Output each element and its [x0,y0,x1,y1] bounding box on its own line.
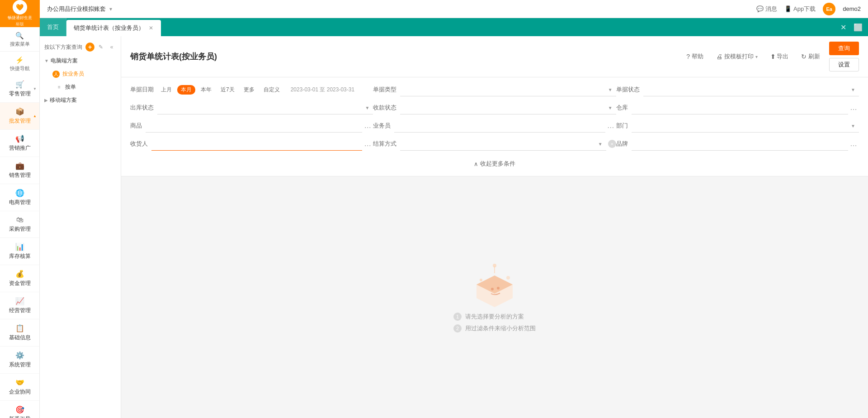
scheme-group-mobile: ▶ 移动端方案 [40,94,121,107]
filter-area: 单据日期 上月 本月 本年 近7天 更多 自定义 2023-03-01 至 20… [121,77,868,176]
consignee-dots[interactable]: … [362,140,373,148]
scheme-add-btn[interactable]: + [85,43,94,52]
export-btn[interactable]: ⬆ 导出 [767,51,792,62]
svg-point-5 [506,276,510,280]
header-title: 办公用品行业模拟账套 [47,5,106,13]
date-range: 2023-03-01 至 2023-03-31 [291,86,354,94]
tab-home[interactable]: 首页 [40,18,66,36]
scheme-group-desktop-title[interactable]: ▼ 电脑端方案 [40,54,121,67]
sidebar-item-ecommerce[interactable]: 🌐 电商管理 [0,184,39,211]
message-btn[interactable]: 💬 消息 [756,5,777,13]
order-item-icon: ≡ [56,84,62,90]
dept-filter: 部门 [616,119,859,133]
page-actions: ? 帮助 🖨 按模板打印 ▾ ⬆ 导出 ↻ 刷新 [683,42,859,71]
header-dropdown-icon[interactable]: ▾ [109,6,112,12]
dept-label: 部门 [616,122,628,130]
payment-label: 结算方式 [373,140,396,148]
tab-restore-btn[interactable]: ⬜ [852,21,864,33]
date-label: 单据日期 [130,86,154,94]
brand-input[interactable] [632,137,848,151]
date-tabs: 上月 本月 本年 近7天 更多 自定义 [157,85,283,95]
payment-clear-btn[interactable]: × [608,140,616,148]
print-icon: 🖨 [716,53,722,60]
payment-select-wrapper [400,137,606,151]
goods-dots[interactable]: … [362,122,373,130]
sidebar-item-inventory[interactable]: 📊 库存核算 [0,238,39,265]
scheme-collapse-icon: « [110,44,113,50]
sidebar-item-operation[interactable]: 📈 经营管理 [0,292,39,319]
salesperson-input[interactable] [394,119,605,133]
app-download-btn[interactable]: 📱 App下载 [784,5,816,13]
goods-input[interactable] [146,119,362,133]
date-tab-more[interactable]: 更多 [240,85,258,95]
scheme-item-salesperson[interactable]: 人 按业务员 [40,67,121,81]
dept-select[interactable] [632,119,859,133]
sidebar-search[interactable]: 🔍 搜索菜单 [0,27,39,52]
warehouse-input[interactable] [632,101,848,114]
doc-status-filter: 单据状态 [616,83,859,96]
header-right: 💬 消息 📱 App下载 Ea demo2 [756,3,861,15]
refresh-btn[interactable]: ↻ 刷新 [797,51,824,62]
sidebar-item-basic[interactable]: 📋 基础信息 [0,319,39,347]
app-logo[interactable]: 🧡 畅捷通好生意 标版 [0,0,40,27]
date-tab-this-year[interactable]: 本年 [197,85,215,95]
filter-row-3: 商品 … 业务员 … 部门 [130,119,859,133]
warehouse-dots[interactable]: … [848,104,859,112]
payment-select[interactable] [400,137,606,151]
tab-close-icon[interactable]: ✕ [149,25,153,31]
sidebar-shortcut[interactable]: ⚡ 快捷导航 [0,52,39,76]
sidebar-item-wholesale[interactable]: 📦 批发管理 [0,103,39,130]
query-button[interactable]: 查询 [829,42,859,55]
sidebar-item-finance[interactable]: 💰 资金管理 [0,265,39,292]
filter-bottom: ∧ 收起更多条件 [130,155,859,171]
scheme-header: 按以下方案查询 + ✎ « [40,40,121,54]
collect-status-select[interactable] [400,101,616,114]
scheme-panel-title: 按以下方案查询 [44,43,82,51]
salesperson-filter: 业务员 … [373,119,616,133]
user-avatar[interactable]: Ea [823,3,835,15]
date-tab-this-month[interactable]: 本月 [177,85,195,95]
consignee-input[interactable] [151,137,362,151]
collect-status-select-wrapper [400,101,616,114]
collapse-label: 收起更多条件 [480,160,515,168]
sidebar-item-purchase[interactable]: 🛍 采购管理 [0,211,39,238]
scheme-collapse-btn[interactable]: « [107,43,116,52]
scheme-edit-btn[interactable]: ✎ [96,43,105,52]
user-name[interactable]: demo2 [843,5,861,12]
tab-close-all-btn[interactable]: ✕ [839,21,848,33]
collect-status-filter: 收款状态 [373,101,616,114]
doc-type-select[interactable] [400,83,616,96]
salesperson-dots[interactable]: … [605,122,616,130]
sidebar-item-marketing[interactable]: 📢 营销推广 [0,130,39,157]
print-btn[interactable]: 🖨 按模板打印 ▾ [712,51,761,62]
doc-status-select[interactable] [643,83,859,96]
date-filter-item: 单据日期 上月 本月 本年 近7天 更多 自定义 2023-03-01 至 20… [130,85,373,95]
sidebar-item-sales[interactable]: 💼 销售管理 [0,157,39,184]
settings-button[interactable]: 设置 [829,58,859,71]
tab-sales-stat[interactable]: 销货单统计表（按业务员） ✕ [66,20,161,36]
hint-text-1: 请先选择要分析的方案 [465,313,524,321]
out-status-select[interactable] [157,101,373,114]
collapse-btn[interactable]: ∧ 收起更多条件 [474,157,515,171]
brand-dots[interactable]: … [848,140,859,148]
svg-point-3 [497,287,500,290]
brand-filter: 品牌 … [616,137,859,151]
sidebar-item-corp[interactable]: 🤝 企业协同 [0,374,39,401]
home-tab-label: 首页 [47,23,59,31]
out-status-filter: 出库状态 [130,101,373,114]
sidebar-item-system[interactable]: ⚙️ 系统管理 [0,347,39,374]
date-tab-last7[interactable]: 近7天 [217,85,238,95]
salesperson-item-icon: 人 [52,71,60,78]
logo-version: 标版 [16,21,24,27]
scheme-item-order[interactable]: ≡ 按单 [40,81,121,94]
date-tab-custom[interactable]: 自定义 [260,85,283,95]
scheme-group-mobile-title[interactable]: ▶ 移动端方案 [40,94,121,107]
consignee-filter: 收货人 … [130,137,373,151]
out-status-select-wrapper [157,101,373,114]
goods-label: 商品 [130,122,142,130]
print-dropdown-icon[interactable]: ▾ [755,54,758,59]
sidebar-item-retail[interactable]: 🛒 零售管理 [0,76,39,103]
date-tab-last-month[interactable]: 上月 [157,85,175,95]
help-btn[interactable]: ? 帮助 [683,51,707,62]
sidebar-item-newbie[interactable]: 🎯 新手引导 [0,401,39,418]
